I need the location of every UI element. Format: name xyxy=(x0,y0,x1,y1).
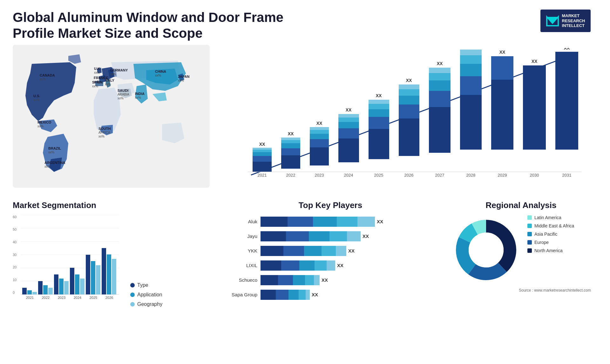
svg-rect-88 xyxy=(460,64,482,76)
svg-rect-132 xyxy=(107,254,111,294)
svg-text:INDIA: INDIA xyxy=(135,92,145,96)
svg-text:XX: XX xyxy=(499,50,505,55)
legend-north-america: North America xyxy=(527,248,574,253)
logo-text: MARKET RESEARCH INTELLECT xyxy=(562,13,585,28)
svg-rect-66 xyxy=(369,117,389,129)
svg-rect-129 xyxy=(96,265,100,294)
svg-rect-51 xyxy=(310,147,329,165)
svg-text:ARABIA: ARABIA xyxy=(118,93,129,96)
legend-middle-east: Middle East & Africa xyxy=(527,223,574,228)
players-section: Top Key Players Aluk XX Jay xyxy=(216,197,445,364)
svg-text:XX: XX xyxy=(564,48,570,51)
svg-rect-120 xyxy=(59,279,64,294)
svg-rect-41 xyxy=(253,148,272,150)
svg-rect-94 xyxy=(491,56,513,80)
svg-text:AFRICA: AFRICA xyxy=(98,131,110,134)
player-name-ykk: YKK xyxy=(226,248,257,253)
svg-text:XX: XX xyxy=(437,61,443,66)
svg-rect-133 xyxy=(112,259,116,294)
svg-rect-87 xyxy=(460,76,482,95)
player-ykk: YKK XX xyxy=(226,246,435,256)
svg-rect-128 xyxy=(91,261,95,294)
svg-rect-45 xyxy=(281,148,300,155)
svg-rect-82 xyxy=(429,73,451,80)
svg-rect-76 xyxy=(399,84,419,89)
svg-text:2023: 2023 xyxy=(315,173,324,178)
svg-text:U.S.: U.S. xyxy=(33,94,40,98)
svg-text:xx%: xx% xyxy=(155,74,161,77)
svg-text:xx%: xx% xyxy=(178,79,184,82)
svg-rect-117 xyxy=(48,288,53,294)
svg-text:xx%: xx% xyxy=(98,135,105,138)
svg-text:2022: 2022 xyxy=(42,296,50,300)
legend-type: Type xyxy=(130,282,162,288)
svg-rect-112 xyxy=(27,290,32,294)
svg-rect-131 xyxy=(102,248,106,294)
segmentation-legend: Type Application Geography xyxy=(127,282,162,307)
player-name-sapa: Sapa Group xyxy=(226,292,257,297)
main-grid: CANADA xx% U.S. xx% MEXICO xx% BRAZIL xx… xyxy=(0,45,610,197)
svg-text:2021: 2021 xyxy=(258,173,267,178)
svg-text:CANADA: CANADA xyxy=(40,73,55,77)
svg-point-140 xyxy=(469,233,504,267)
svg-text:XX: XX xyxy=(288,131,294,136)
svg-rect-111 xyxy=(22,288,27,294)
svg-rect-59 xyxy=(338,128,359,138)
player-name-jayu: Jayu xyxy=(226,233,257,239)
svg-text:xx%: xx% xyxy=(44,165,51,168)
svg-rect-97 xyxy=(523,65,546,150)
segmentation-chart: 2021 2022 2023 2024 xyxy=(21,215,119,301)
svg-rect-115 xyxy=(38,281,43,294)
svg-text:GERMANY: GERMANY xyxy=(110,68,128,72)
logo-area: MARKET RESEARCH INTELLECT xyxy=(534,10,597,32)
svg-rect-60 xyxy=(338,122,359,128)
svg-text:2025: 2025 xyxy=(90,296,97,300)
svg-text:xx%: xx% xyxy=(135,96,141,99)
svg-text:xx%: xx% xyxy=(48,151,54,154)
svg-rect-80 xyxy=(429,91,451,107)
svg-rect-72 xyxy=(399,118,419,156)
donut-chart xyxy=(451,215,521,285)
svg-text:2022: 2022 xyxy=(286,173,295,178)
svg-text:2023: 2023 xyxy=(58,296,65,300)
svg-rect-65 xyxy=(369,129,389,159)
svg-rect-125 xyxy=(80,279,85,294)
svg-rect-83 xyxy=(429,68,451,73)
svg-marker-1 xyxy=(547,17,558,23)
svg-rect-73 xyxy=(399,104,419,118)
svg-rect-69 xyxy=(369,100,389,104)
svg-rect-40 xyxy=(253,150,272,152)
svg-rect-124 xyxy=(75,274,79,294)
map-section: CANADA xx% U.S. xx% MEXICO xx% BRAZIL xx… xyxy=(13,45,216,197)
svg-text:2030: 2030 xyxy=(530,173,539,178)
player-lixil: LIXIL XX xyxy=(226,260,435,271)
svg-text:SOUTH: SOUTH xyxy=(98,127,111,131)
svg-rect-123 xyxy=(70,268,74,294)
svg-rect-44 xyxy=(281,155,300,169)
svg-text:2025: 2025 xyxy=(374,173,383,178)
svg-rect-81 xyxy=(429,80,451,91)
legend-europe: Europe xyxy=(527,240,574,245)
players-title: Top Key Players xyxy=(226,200,435,210)
svg-rect-37 xyxy=(253,162,272,172)
svg-text:XX: XX xyxy=(532,59,538,64)
svg-text:ARGENTINA: ARGENTINA xyxy=(44,161,65,165)
page-header: Global Aluminum Window and Door Frame Pr… xyxy=(0,0,610,45)
svg-text:SPAIN: SPAIN xyxy=(92,80,103,84)
svg-rect-89 xyxy=(460,55,482,64)
svg-rect-79 xyxy=(429,107,451,153)
svg-rect-46 xyxy=(281,143,300,148)
svg-text:xx%: xx% xyxy=(40,78,46,81)
svg-text:xx%: xx% xyxy=(118,97,124,100)
svg-text:ITALY: ITALY xyxy=(105,78,115,82)
world-map: CANADA xx% U.S. xx% MEXICO xx% BRAZIL xx… xyxy=(13,45,210,188)
svg-text:XX: XX xyxy=(259,142,265,147)
svg-rect-74 xyxy=(399,96,419,104)
svg-rect-100 xyxy=(555,52,578,150)
svg-text:2021: 2021 xyxy=(26,296,34,300)
bar-chart-section: XX 2021 XX 2022 XX 2023 XX 20 xyxy=(216,45,597,197)
svg-rect-48 xyxy=(281,138,300,140)
svg-text:SAUDI: SAUDI xyxy=(118,89,128,92)
svg-rect-119 xyxy=(54,274,58,294)
svg-rect-62 xyxy=(338,114,359,118)
